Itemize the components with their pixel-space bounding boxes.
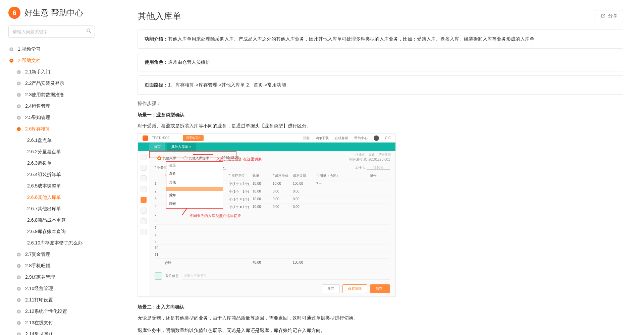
plus-icon [16,103,22,109]
img-dropdown: 请选 盘盈 其他 拆卸 获赠 [166,161,223,209]
intro-label: 功能介绍： [145,36,168,42]
img-iconrail [138,151,149,296]
img-cancel-btn: 放弃 [322,284,340,293]
nav-item-2-7[interactable]: 2.7资金管理 [16,249,104,260]
img-tabbar: 首页 其他入库单 × [138,143,395,151]
img-top-cs: 在线客服 [335,136,348,141]
info-role: 使用角色：通常由仓管人员维护 [138,53,623,72]
nav-item-video[interactable]: 1.视频学习 [8,44,104,55]
img-top-msg: 消息 [303,136,310,141]
avatar-icon [374,135,379,141]
rail-icon [141,218,147,224]
svg-point-0 [87,29,90,32]
plus-icon [16,274,22,280]
table-row: 10 [155,245,390,252]
nav-item-docs[interactable]: 2.帮助文档 [8,55,104,66]
img-testdb: TEST-H002 [152,136,169,140]
nav-item-2-6-2[interactable]: 2.6.2分量盘点单 [27,146,104,158]
sidebar: 6 好生意 帮助中心 1.视频学习 2.帮助文档 2.1新手入门 2.2产品安装… [0,0,104,335]
rail-icon [141,229,147,235]
rail-icon [141,165,147,171]
nav-item-2-6-3[interactable]: 2.6.3调拨单 [27,158,104,169]
page-title: 其他入库单 [138,10,181,22]
img-top-user: C C [385,136,391,140]
nav-item-2-10[interactable]: 2.10经营管理 [16,283,104,294]
table-row: 8 [155,231,390,238]
plus-icon [16,115,22,121]
scene2-title: 场景二：出入方向确认 [138,304,623,310]
path-text: 1、库存核算->库存管理->其他入库单 2、首页->常用功能 [168,82,286,88]
plus-icon [16,331,22,335]
rail-icon [141,175,147,181]
rail-icon [141,186,147,192]
nav-item-2-13[interactable]: 2.13在线支付 [16,317,104,329]
plus-icon [16,252,22,258]
nav-item-2-6-8[interactable]: 2.6.8商品成本重算 [27,215,104,226]
role-text: 通常由仓管人员维护 [168,59,210,65]
img-annot2: 不同业务的入库类型在这里切换 [190,213,241,218]
table-row: 7 [155,225,390,231]
nav-item-2-6-9[interactable]: 2.6.9库存账本查询 [27,226,104,237]
plus-icon [8,46,14,52]
img-top-help: 帮助中心 [354,136,368,141]
minus-icon [8,58,14,64]
img-top-app: App下载 [316,136,329,141]
share-button[interactable]: 分享 [595,10,623,22]
search-box [8,25,95,38]
table-row: 11 [155,252,390,258]
nav-item-2-11[interactable]: 2.11打印设置 [16,294,104,306]
search-input[interactable] [8,25,95,38]
rail-icon [141,154,147,160]
img-buy-btn: 我要购买> [183,135,203,141]
brand-title: 好生意 帮助中心 [24,7,83,18]
table-row: 6 [155,218,390,225]
brand: 6 好生意 帮助中心 [8,7,104,19]
nav-item-2-2[interactable]: 2.2产品安装及登录 [16,78,104,89]
path-label: 页面路径： [145,82,168,88]
img-btnrow: 放弃 保存草稿 保存 [155,284,390,293]
nav-item-2-6[interactable]: 2.6库存核算 [16,123,104,135]
nav-item-2-9[interactable]: 2.9优惠券管理 [16,272,104,283]
img-tab-doc: 其他入库单 × [167,143,196,151]
nav-item-2-6-10[interactable]: 2.6.10库存账本错了怎么办 [27,237,104,249]
share-icon [601,13,605,19]
nav-item-2-4[interactable]: 2.4销售管理 [16,101,104,112]
nav-item-2-6-1[interactable]: 2.6.1盘点单 [27,135,104,146]
nav-item-2-8[interactable]: 2.8手机旺铺 [16,260,104,272]
nav-item-2-6-7[interactable]: 2.6.7其他出库单 [27,203,104,215]
nav-item-2-6-4[interactable]: 2.6.4组装拆卸单 [27,169,104,180]
scene2-p2: 退库业务中，明细数量均以负值红色展示。无论是入库还是退库，库存账均记在入库方向。 [138,326,623,335]
role-label: 使用角色： [145,59,168,65]
info-path: 页面路径：1、库存核算->库存管理->其他入库单 2、首页->常用功能 [138,75,623,95]
rail-icon [141,208,147,214]
plus-icon [16,263,22,269]
scene1-title: 场景一：业务类型确认 [138,112,623,118]
nav-item-2-14[interactable]: 2.14常见问题 [16,329,104,335]
minus-icon [16,126,22,132]
plus-icon [16,297,22,303]
plus-icon [16,80,22,87]
scene1-text: 对于受赠、盘盈或是拆装入库等不同的业务，是通过单据头【业务类型】进行区分。 [138,121,623,130]
nav-item-2-12[interactable]: 2.12系统个性化设置 [16,306,104,317]
nav-item-2-6-5[interactable]: 2.6.5成本调整单 [27,180,104,192]
scene2-p1: 无论是受赠，还是其他类型的业务，由于入库商品质量等原因，需要退回，这时可通过单据… [138,314,623,323]
img-draft-btn: 保存草稿 [342,284,367,293]
info-intro: 功能介绍：其他入库单用来处理除采购入库、产成品入库之外的其他入库业务，因此其他入… [138,30,623,49]
nav-item-2-5[interactable]: 2.5采购管理 [16,112,104,123]
nav-item-2-3[interactable]: 2.3使用前数据准备 [16,89,104,101]
img-annot1: 入库、退货业务 在这里切换 [216,157,262,162]
steps-heading: 操作步骤： [138,101,623,107]
plus-icon [16,69,22,75]
plus-icon [16,320,22,326]
nav-item-2-1[interactable]: 2.1新手入门 [16,66,104,78]
search-icon[interactable] [86,28,92,35]
intro-text: 其他入库单用来处理除采购入库、产成品入库之外的其他入库业务，因此其他入库单可处理… [168,36,534,42]
plus-icon [16,286,22,292]
img-save-btn: 保存 [370,284,390,293]
nav-tree: 1.视频学习 2.帮助文档 2.1新手入门 2.2产品安装及登录 2.3使用前数… [8,44,104,335]
plus-icon [16,309,22,315]
nav-item-2-6-6[interactable]: 2.6.6其他入库单 [27,192,104,203]
img-tab-home: 首页 [149,143,165,151]
screenshot-placeholder: TEST-H002 我要购买> 消息 App下载 在线客服 帮助中心 C C 首… [138,133,396,297]
svg-line-1 [90,32,91,33]
